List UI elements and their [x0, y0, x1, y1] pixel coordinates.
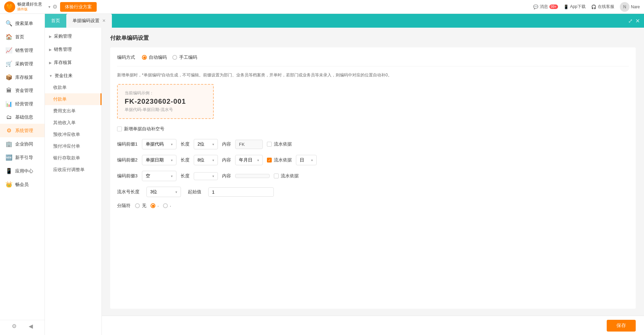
- sidebar-item-inventory[interactable]: 📦 库存核算: [0, 71, 45, 84]
- inventory-icon: 📦: [6, 74, 12, 81]
- sidebar-item-purchase[interactable]: 🛒 采购管理: [0, 57, 45, 71]
- group-sales-header[interactable]: ▶ 销售管理: [45, 44, 102, 55]
- sep-dot-radio[interactable]: ·: [151, 203, 159, 208]
- sub-item-other-income[interactable]: 其他收入单: [45, 117, 102, 129]
- length2-select[interactable]: 8位 ▾: [194, 155, 218, 165]
- operation-icon: 📊: [6, 101, 12, 107]
- manual-coding-radio[interactable]: 手工编码: [172, 54, 197, 61]
- expand-icon[interactable]: ⤢: [628, 18, 633, 24]
- app-name-block: 畅捷通好生意 插件版: [17, 2, 42, 11]
- sidebar-item-basic[interactable]: 🗂 基础信息: [0, 111, 45, 124]
- serial-length-select[interactable]: 3位 ▾: [146, 187, 181, 197]
- tab-coding[interactable]: 单据编码设置 ✕: [66, 14, 112, 28]
- settings-bottom-icon[interactable]: ⚙: [12, 323, 17, 329]
- sidebar-home-label: 首页: [15, 34, 24, 40]
- group-sales: ▶ 销售管理: [45, 44, 102, 55]
- sidebar-item-enterprise[interactable]: 🏢 企业协同: [0, 137, 45, 151]
- topbar-right: 💬 消息 99+ 📱 App下载 🎧 在线客服 N Nare: [533, 2, 640, 12]
- sub-item-receivable-adjust[interactable]: 应收应付调整单: [45, 164, 102, 176]
- sidebar-item-sales[interactable]: 📈 销售管理: [0, 44, 45, 57]
- start-value-input[interactable]: [208, 187, 274, 197]
- sidebar-item-fund[interactable]: 🏛 资金管理: [0, 84, 45, 97]
- newguide-icon: 🆕: [6, 154, 12, 161]
- sep-label: 分隔符: [117, 203, 131, 209]
- group-fund-header[interactable]: ▼ 资金往来: [45, 70, 102, 82]
- auto-fill-checkbox[interactable]: [117, 127, 122, 131]
- length1-select[interactable]: 2位 ▾: [194, 139, 218, 149]
- basic-icon: 🗂: [6, 114, 12, 120]
- sidebar-system-label: 系统管理: [15, 128, 33, 134]
- stream3-checkbox[interactable]: 流水依据: [274, 173, 299, 179]
- search-icon: 🔍: [6, 20, 12, 27]
- sep-none-radio[interactable]: 无: [135, 203, 146, 209]
- tab-home[interactable]: 首页: [45, 14, 66, 28]
- sidebar-member-label: 畅会员: [15, 182, 29, 188]
- group-purchase-label: 采购管理: [54, 33, 72, 39]
- group-purchase: ▶ 采购管理: [45, 30, 102, 42]
- tabbar: 首页 单据编码设置 ✕ ⤢ ✕: [45, 14, 644, 28]
- topbar-nav: ▾ ⚙: [48, 3, 57, 10]
- sub-item-expense[interactable]: 费用支出单: [45, 105, 102, 117]
- fund-icon: 🏛: [6, 87, 12, 94]
- sep-dot-label: ·: [157, 203, 159, 208]
- auto-coding-radio[interactable]: 自动编码: [142, 54, 167, 61]
- sidebar-search[interactable]: 🔍 搜索菜单: [0, 17, 45, 30]
- nav-arrow: ▾: [48, 4, 50, 9]
- message-label: 消息: [540, 4, 548, 10]
- prefix3-select[interactable]: 空 ▾: [142, 171, 176, 181]
- page-content: 付款单编码设置 编码方式 自动编码: [102, 28, 644, 316]
- sub-item-advance-payable[interactable]: 预付冲应付单: [45, 140, 102, 152]
- stream2-day-select[interactable]: 日 ▾: [296, 155, 317, 165]
- group-inventory: ▶ 库存核算: [45, 57, 102, 68]
- sep-none-label: 无: [142, 203, 146, 209]
- bottom-bar: 保存: [102, 316, 644, 335]
- sidebar-sales-label: 销售管理: [15, 47, 33, 54]
- sidebar-item-operation[interactable]: 📊 经营管理: [0, 97, 45, 111]
- auto-coding-label: 自动编码: [149, 54, 167, 61]
- sep-hyphen-radio[interactable]: ·: [163, 203, 171, 208]
- user-menu[interactable]: N Nare: [620, 2, 640, 12]
- message-btn[interactable]: 💬 消息 99+: [533, 4, 558, 10]
- sidebar-item-home[interactable]: 🏠 首页: [0, 30, 45, 44]
- arrow-purchase: ▶: [49, 35, 52, 38]
- group-purchase-header[interactable]: ▶ 采购管理: [45, 30, 102, 42]
- stream2-checkbox[interactable]: 流水依据: [267, 157, 292, 163]
- prefix1-label: 编码前缀1: [117, 141, 138, 147]
- topbar: 🧡 畅捷通好生意 插件版 ▾ ⚙ 体验行业方案 💬 消息 99+ 📱 App下载…: [0, 0, 644, 14]
- app-download-btn[interactable]: 📱 App下载: [564, 4, 586, 10]
- settings-icon[interactable]: ⚙: [52, 3, 57, 10]
- content2-select[interactable]: 年月日 ▾: [235, 155, 263, 165]
- sub-item-payment[interactable]: 付款单: [45, 93, 102, 105]
- arrow-inventory: ▶: [49, 61, 52, 65]
- manual-radio-circle: [172, 55, 177, 60]
- sub-item-receipt[interactable]: 收款单: [45, 82, 102, 93]
- prefix3-arrow: ▾: [171, 174, 173, 178]
- try-btn[interactable]: 体验行业方案: [60, 2, 97, 12]
- stream1-label: 流水依据: [274, 141, 292, 147]
- sep-row: 分隔符 无 ·: [117, 203, 629, 209]
- sub-item-advance-receivable[interactable]: 预收冲应收单: [45, 129, 102, 140]
- sidebar-item-appcenter[interactable]: 📱 应用中心: [0, 164, 45, 178]
- info-text: 新增单据时，*单据编码*自动生成，不可编辑。前缀设置为部门、业务员等档案类，开单…: [117, 72, 629, 78]
- prefix2-select[interactable]: 单据日期 ▾: [142, 155, 176, 165]
- length3-select[interactable]: ▾: [194, 172, 218, 180]
- tab-close-icon[interactable]: ✕: [102, 18, 106, 23]
- stream2-day-arrow: ▾: [311, 158, 313, 162]
- collapse-icon[interactable]: ◀: [29, 323, 33, 329]
- sub-item-bank-deposit[interactable]: 银行存取款单: [45, 152, 102, 164]
- length1-label: 长度: [181, 141, 190, 147]
- stream1-checkbox[interactable]: 流水依据: [267, 141, 292, 147]
- sidebar-item-newguide[interactable]: 🆕 新手引导: [0, 151, 45, 164]
- mobile-icon: 📱: [564, 4, 569, 9]
- sidebar-item-system[interactable]: ⚙ 系统管理: [0, 124, 45, 137]
- arrow-fund: ▼: [49, 74, 52, 78]
- group-inventory-header[interactable]: ▶ 库存核算: [45, 57, 102, 68]
- close-window-icon[interactable]: ✕: [635, 18, 640, 24]
- sidebar-item-member[interactable]: 👑 畅会员: [0, 178, 45, 191]
- length1-arrow: ▾: [212, 142, 214, 146]
- prefix1-select[interactable]: 单据代码 ▾: [142, 139, 176, 149]
- save-button[interactable]: 保存: [607, 320, 636, 332]
- prefix3-label: 编码前缀3: [117, 173, 138, 179]
- sidebar-fund-label: 资金管理: [15, 87, 33, 94]
- online-service-btn[interactable]: 🎧 在线客服: [591, 4, 614, 10]
